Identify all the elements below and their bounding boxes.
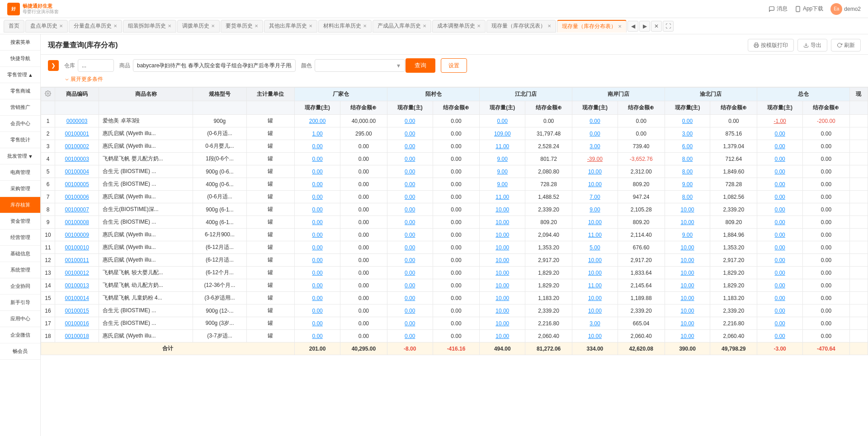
sidebar-item-marketing[interactable]: 营销推广 <box>0 99 40 116</box>
cell-code[interactable]: 00100008 <box>55 216 99 229</box>
cell-mucun-qty[interactable]: 0.00 <box>387 165 433 178</box>
cell-nanan-qty[interactable]: 5.00 <box>572 241 618 254</box>
cell-yubei-qty[interactable]: 6.00 <box>665 140 710 153</box>
cell-yubei-qty[interactable]: 9.00 <box>665 229 710 241</box>
sidebar-item-retail-stats[interactable]: 零售统计 <box>0 132 40 148</box>
sidebar-item-ecom[interactable]: 电商管理 <box>0 164 40 181</box>
cell-mucun-qty[interactable]: 0.00 <box>387 115 433 127</box>
cell-nanan-qty[interactable]: 10.00 <box>572 254 618 267</box>
cell-mucun-qty[interactable]: 0.00 <box>387 279 433 292</box>
warehouse-input[interactable] <box>78 59 114 72</box>
sidebar-item-retail-mgmt[interactable]: 零售管理 ▲ <box>0 67 40 83</box>
cell-yubei-qty[interactable]: 10.00 <box>665 216 710 229</box>
cell-yubei-qty[interactable]: 10.00 <box>665 279 710 292</box>
sidebar-item-nav[interactable]: 快捷导航 <box>0 51 40 67</box>
cell-code[interactable]: 00100018 <box>55 330 99 342</box>
cell-factory-qty[interactable]: 0.00 <box>295 178 340 191</box>
cell-yubei-qty[interactable]: 8.00 <box>665 165 710 178</box>
cell-factory-qty[interactable]: 0.00 <box>295 317 340 330</box>
sidebar-item-wholesale[interactable]: 批发管理 ▼ <box>0 148 40 164</box>
cell-mucun-qty[interactable]: 0.00 <box>387 140 433 153</box>
cell-mucun-qty[interactable]: 0.00 <box>387 267 433 279</box>
tab-close-4[interactable]: ✕ <box>211 23 215 28</box>
cell-jiangbei-qty[interactable]: 10.00 <box>480 254 525 267</box>
cell-code[interactable]: 0000003 <box>55 115 99 127</box>
sidebar-item-wechat[interactable]: 企业微信 <box>0 327 40 343</box>
cell-yubei-qty[interactable]: 10.00 <box>665 292 710 305</box>
cell-yubei-qty[interactable]: 10.00 <box>665 241 710 254</box>
cell-total-qty[interactable]: 0.00 <box>757 254 803 267</box>
cell-total-qty[interactable]: 0.00 <box>757 317 803 330</box>
cell-total-qty[interactable]: 0.00 <box>757 305 803 317</box>
cell-jiangbei-qty[interactable]: 10.00 <box>480 305 525 317</box>
cell-yubei-qty[interactable]: 10.00 <box>665 317 710 330</box>
cell-code[interactable]: 00100013 <box>55 279 99 292</box>
cell-yubei-qty[interactable]: 3.00 <box>665 127 710 140</box>
cell-code[interactable]: 00100003 <box>55 153 99 165</box>
tab-close-5[interactable]: ✕ <box>255 23 258 28</box>
tab-close-11[interactable]: ✕ <box>618 24 622 29</box>
cell-factory-qty[interactable]: 0.00 <box>295 267 340 279</box>
cell-factory-qty[interactable]: 0.00 <box>295 216 340 229</box>
cell-nanan-qty[interactable]: 10.00 <box>572 216 618 229</box>
cell-nanan-qty[interactable]: 0.00 <box>572 115 618 127</box>
cell-nanan-qty[interactable]: 0.00 <box>572 127 618 140</box>
cell-total-qty[interactable]: 0.00 <box>757 292 803 305</box>
cell-total-qty[interactable]: 0.00 <box>757 216 803 229</box>
cell-nanan-qty[interactable]: 3.00 <box>572 317 618 330</box>
tab-stock-dist[interactable]: 现存量（库存分布表）✕ <box>557 20 627 33</box>
cell-nanan-qty[interactable]: 10.00 <box>572 178 618 191</box>
sidebar-item-purchase[interactable]: 采购管理 <box>0 181 40 197</box>
cell-code[interactable]: 00100015 <box>55 305 99 317</box>
cell-mucun-qty[interactable]: 0.00 <box>387 203 433 216</box>
tab-close-3[interactable]: ✕ <box>168 23 171 28</box>
expand-btn[interactable]: 展开更多条件 <box>64 75 861 83</box>
cell-nanan-qty[interactable]: 10.00 <box>572 292 618 305</box>
cell-nanan-qty[interactable]: 10.00 <box>572 165 618 178</box>
cell-factory-qty[interactable]: 0.00 <box>295 191 340 203</box>
message-btn[interactable]: 消息 <box>769 5 788 13</box>
cell-nanan-qty[interactable]: -39.00 <box>572 153 618 165</box>
cell-jiangbei-qty[interactable]: 9.00 <box>480 165 525 178</box>
cell-factory-qty[interactable]: 0.00 <box>295 305 340 317</box>
sidebar-item-collab[interactable]: 企业协同 <box>0 278 40 295</box>
sidebar-item-member[interactable]: 会员中心 <box>0 116 40 132</box>
cell-yubei-qty[interactable]: 10.00 <box>665 254 710 267</box>
cell-total-qty[interactable]: 0.00 <box>757 279 803 292</box>
cell-nanan-qty[interactable]: 10.00 <box>572 267 618 279</box>
cell-factory-qty[interactable]: 0.00 <box>295 153 340 165</box>
cell-factory-qty[interactable]: 0.00 <box>295 279 340 292</box>
cell-jiangbei-qty[interactable]: 9.00 <box>480 153 525 165</box>
cell-mucun-qty[interactable]: 0.00 <box>387 317 433 330</box>
cell-total-qty[interactable]: 0.00 <box>757 330 803 342</box>
cell-jiangbei-qty[interactable]: 10.00 <box>480 241 525 254</box>
tab-order[interactable]: 要货单历史✕ <box>221 20 263 33</box>
cell-total-qty[interactable]: 0.00 <box>757 203 803 216</box>
sidebar-item-basic[interactable]: 基础信息 <box>0 246 40 262</box>
cell-code[interactable]: 00100007 <box>55 203 99 216</box>
color-dropdown-icon[interactable]: ▾ <box>397 62 400 69</box>
sidebar-item-retail-shop[interactable]: 零售商城 <box>0 83 40 99</box>
print-btn[interactable]: 按模版打印 <box>748 39 794 52</box>
cell-jiangbei-qty[interactable]: 10.00 <box>480 279 525 292</box>
cell-factory-qty[interactable]: 200.00 <box>295 115 340 127</box>
tab-other-out[interactable]: 其他出库单历史✕ <box>264 20 317 33</box>
cell-yubei-qty[interactable]: 10.00 <box>665 330 710 342</box>
cell-yubei-qty[interactable]: 0.00 <box>665 115 710 127</box>
cell-jiangbei-qty[interactable]: 109.00 <box>480 127 525 140</box>
cell-jiangbei-qty[interactable]: 10.00 <box>480 317 525 330</box>
tab-stock-status[interactable]: 现存量（库存状况表）✕ <box>486 20 556 33</box>
cell-factory-qty[interactable]: 0.00 <box>295 292 340 305</box>
cell-factory-qty[interactable]: 0.00 <box>295 330 340 342</box>
color-input[interactable] <box>315 59 405 72</box>
tab-nav-left[interactable]: ◀ <box>627 21 638 32</box>
cell-jiangbei-qty[interactable]: 10.00 <box>480 203 525 216</box>
setting-btn[interactable]: 设置 <box>441 58 467 73</box>
tab-transfer[interactable]: 调拨单历史✕ <box>177 20 220 33</box>
export-btn[interactable]: 导出 <box>797 39 827 52</box>
cell-mucun-qty[interactable]: 0.00 <box>387 191 433 203</box>
cell-total-qty[interactable]: 0.00 <box>757 267 803 279</box>
sidebar-item-member2[interactable]: 畅会员 <box>0 343 40 360</box>
cell-yubei-qty[interactable]: 8.00 <box>665 191 710 203</box>
cell-total-qty[interactable]: -1.00 <box>757 115 803 127</box>
